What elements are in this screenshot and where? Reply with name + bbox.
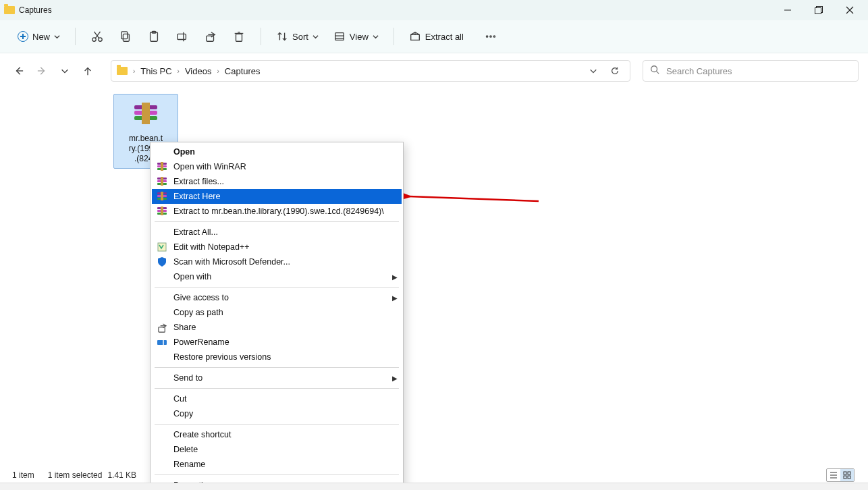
trash-icon: [233, 30, 245, 43]
search-icon: [650, 65, 659, 77]
chevron-right-icon: ›: [217, 67, 219, 75]
address-dropdown[interactable]: [584, 61, 603, 80]
icons-view-button[interactable]: [840, 469, 854, 481]
winrar-icon: [156, 175, 168, 188]
svg-line-40: [409, 196, 539, 201]
copy-button[interactable]: [113, 26, 138, 47]
ctx-delete[interactable]: Delete: [152, 442, 402, 457]
sort-button[interactable]: Sort: [271, 26, 324, 47]
refresh-button[interactable]: [605, 61, 624, 80]
svg-rect-13: [178, 34, 186, 39]
minimize-button[interactable]: [772, 0, 803, 20]
powerrename-icon: [156, 336, 168, 348]
annotation-arrow: [404, 193, 545, 207]
ctx-share[interactable]: Share: [152, 320, 402, 335]
ctx-create-shortcut[interactable]: Create shortcut: [152, 427, 402, 442]
status-bar: 1 item 1 item selected 1.41 KB: [0, 468, 868, 483]
svg-line-34: [657, 72, 659, 74]
svg-point-33: [651, 66, 657, 72]
menu-separator: [155, 221, 399, 222]
new-button[interactable]: New: [12, 27, 65, 46]
menu-separator: [155, 287, 399, 288]
extract-all-button[interactable]: Extract all: [404, 26, 469, 47]
ctx-extract-files[interactable]: Extract files...: [152, 174, 402, 189]
ctx-copy-path[interactable]: Copy as path: [152, 305, 402, 320]
view-toggle: [826, 468, 855, 482]
ctx-power-rename[interactable]: PowerRename: [152, 335, 402, 350]
forward-button[interactable]: [32, 61, 51, 80]
ctx-cut[interactable]: Cut: [152, 391, 402, 406]
extract-all-label: Extract all: [425, 32, 464, 42]
ctx-open-with[interactable]: Open with▶: [152, 269, 402, 284]
archive-icon: [409, 30, 421, 43]
ctx-give-access[interactable]: Give access to▶: [152, 290, 402, 305]
chevron-down-icon: [313, 34, 319, 40]
svg-point-29: [493, 36, 495, 37]
ctx-extract-to[interactable]: Extract to mr.bean.the.library.(1990).sw…: [152, 204, 402, 219]
ctx-edit-notepadpp[interactable]: Edit with Notepad++: [152, 240, 402, 254]
chevron-right-icon: ▶: [392, 294, 398, 302]
separator: [261, 28, 261, 45]
rename-button[interactable]: [170, 26, 194, 47]
winrar-icon: [156, 190, 168, 202]
ctx-open-winrar[interactable]: Open with WinRAR: [152, 159, 402, 174]
ctx-copy[interactable]: Copy: [152, 406, 402, 421]
svg-rect-36: [158, 327, 164, 332]
search-box[interactable]: [643, 60, 859, 82]
ctx-send-to[interactable]: Send to▶: [152, 371, 402, 385]
ellipsis-icon: [485, 30, 497, 43]
details-view-button[interactable]: [827, 469, 840, 481]
horizontal-scrollbar[interactable]: [0, 483, 868, 490]
notepadpp-icon: [156, 241, 168, 253]
share-button[interactable]: [198, 26, 223, 47]
view-icon: [333, 30, 346, 43]
history-dropdown[interactable]: [55, 61, 74, 80]
cut-button[interactable]: [85, 26, 109, 47]
breadcrumb-item[interactable]: Videos: [182, 65, 215, 78]
ctx-open[interactable]: Open: [152, 144, 402, 159]
window-title: Captures: [19, 5, 52, 15]
separator: [394, 28, 394, 45]
paste-button[interactable]: [142, 26, 166, 47]
svg-rect-47: [848, 476, 850, 479]
maximize-button[interactable]: [803, 0, 834, 20]
address-bar[interactable]: › This PC › Videos › Captures: [111, 60, 630, 82]
breadcrumb-item[interactable]: This PC: [138, 65, 174, 78]
search-input[interactable]: [666, 66, 851, 76]
chevron-right-icon: ▶: [392, 273, 398, 281]
svg-rect-17: [236, 34, 242, 41]
svg-rect-46: [844, 476, 846, 479]
close-button[interactable]: [834, 0, 865, 20]
svg-rect-38: [157, 340, 167, 345]
rar-archive-icon: [132, 103, 159, 128]
svg-rect-22: [335, 33, 344, 40]
status-item-count: 1 item: [12, 470, 34, 480]
svg-rect-11: [151, 32, 158, 42]
menu-separator: [155, 424, 399, 425]
ctx-extract-here[interactable]: Extract Here: [152, 189, 402, 204]
delete-button[interactable]: [227, 26, 251, 47]
share-icon: [205, 30, 217, 43]
ctx-scan-defender[interactable]: Scan with Microsoft Defender...: [152, 254, 402, 269]
content-area: mr.bean.t ry.(1990). .(8249: [0, 84, 868, 169]
clipboard-icon: [148, 30, 160, 43]
toolbar: New Sort View Extract all: [0, 20, 868, 53]
folder-icon: [117, 67, 128, 75]
menu-separator: [155, 367, 399, 368]
up-button[interactable]: [78, 61, 97, 80]
winrar-icon: [156, 161, 168, 173]
separator: [75, 28, 76, 45]
breadcrumb-item[interactable]: Captures: [222, 65, 263, 78]
chevron-right-icon: ›: [178, 67, 180, 75]
view-button[interactable]: View: [328, 26, 384, 47]
plus-icon: [18, 31, 28, 42]
more-button[interactable]: [479, 26, 503, 47]
ctx-restore-previous[interactable]: Restore previous versions: [152, 350, 402, 364]
back-button[interactable]: [9, 61, 28, 80]
svg-point-28: [490, 36, 491, 37]
svg-rect-9: [123, 34, 129, 41]
chevron-right-icon: ▶: [392, 375, 398, 382]
scissors-icon: [91, 30, 103, 43]
svg-point-27: [486, 36, 487, 37]
ctx-extract-all[interactable]: Extract All...: [152, 225, 402, 240]
